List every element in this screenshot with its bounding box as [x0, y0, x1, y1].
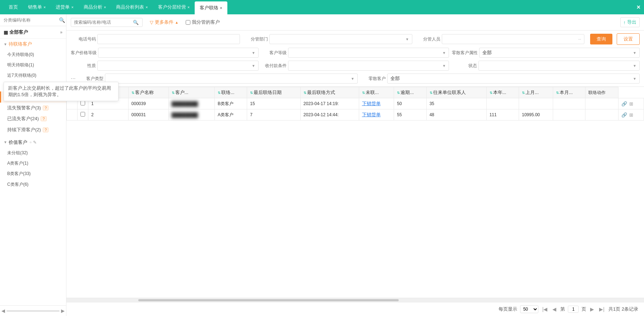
more-filter-dots[interactable]: ···	[71, 75, 75, 82]
sidebar-search-icon[interactable]: 🔍	[59, 17, 65, 23]
customer-level-select[interactable]: ▼	[288, 48, 449, 58]
sidebar-item-7days[interactable]: 近7天待联络(0)	[0, 70, 66, 81]
sidebar-item-ungroup[interactable]: 未分组(32)	[0, 148, 66, 158]
th-overdue: ⇅逾期...	[394, 87, 426, 98]
sidebar-item-already-lost[interactable]: 已流失客户(24) ?	[0, 113, 66, 124]
first-page-btn[interactable]: |◀	[541, 306, 549, 312]
circle-icon: ○	[29, 140, 32, 144]
nav-purchase[interactable]: 进货单 ×	[51, 0, 78, 14]
nav-close-sales[interactable]: ×	[43, 5, 46, 9]
sidebar-all-customers[interactable]: ▦ 全部客户 »	[0, 26, 66, 39]
filter-person: 分管人员 ···	[415, 34, 584, 44]
sidebar-item-today[interactable]: 今天待联络(0)	[0, 49, 66, 60]
more-conditions-btn[interactable]: ▽ 更多条件 ▲	[147, 18, 181, 27]
query-button[interactable]: 查询	[590, 34, 612, 44]
prev-page-btn[interactable]: ◀	[551, 306, 557, 312]
last-page-btn[interactable]: ▶|	[598, 306, 606, 312]
td-checkbox-2[interactable]	[78, 109, 88, 121]
th-not-contact: ⇅未联...	[359, 87, 394, 98]
nav-close-product-list[interactable]: ×	[145, 5, 148, 9]
action-grid-icon-2[interactable]: ⊞	[629, 112, 633, 118]
data-table-area: ⚙ ⇅客户编码 ⇅客户名称 ⇅客户... ⇅联络... ⇅最后联络日期 ⇅最后联…	[66, 87, 644, 298]
nav-home[interactable]: 首页	[4, 0, 23, 14]
phone-input[interactable]	[97, 34, 240, 44]
sidebar-item-a-class[interactable]: A类客户(1)	[0, 158, 66, 169]
nav-sales[interactable]: 销售单 ×	[23, 0, 51, 14]
sort-icon-thismonth[interactable]: ⇅	[556, 91, 559, 95]
td-last-method-2[interactable]: 下销货单	[359, 109, 394, 121]
page-number-input[interactable]	[568, 306, 579, 313]
person-select[interactable]: ···	[442, 34, 584, 44]
sidebar-item-continuous-down[interactable]: 持续下滑客户(2) ?	[0, 124, 66, 136]
nav-close-contact[interactable]: ×	[220, 6, 222, 10]
filter-gender: 性质 ▼	[71, 61, 259, 71]
sort-icon-method[interactable]: ⇅	[304, 91, 306, 95]
per-page-select[interactable]: 50 100	[520, 305, 538, 313]
row1-checkbox[interactable]	[80, 101, 85, 105]
sidebar-search-input[interactable]	[4, 18, 57, 23]
scrollbar-thumb[interactable]	[138, 299, 399, 301]
window-close-button[interactable]: ×	[636, 4, 640, 11]
td-last-method-1[interactable]: 下销货单	[359, 98, 394, 109]
sort-icon-type[interactable]: ⇅	[172, 91, 175, 95]
sidebar-item-tomorrow[interactable]: 明天待联络(1)	[0, 60, 66, 70]
search-input[interactable]	[74, 20, 131, 25]
sidebar-pending-group[interactable]: ▼ 待联络客户	[0, 39, 66, 49]
next-page-btn[interactable]: ▶	[589, 306, 595, 312]
sidebar-item-c-class[interactable]: C类客户(6)	[0, 179, 66, 190]
sort-icon-contact[interactable]: ⇅	[218, 91, 221, 95]
customer-type-select[interactable]: ▼	[105, 74, 357, 84]
settings-button[interactable]: 设置	[617, 33, 640, 45]
nav-close-segment[interactable]: ×	[187, 5, 190, 9]
td-settings-2	[67, 109, 78, 121]
action-link-icon-2[interactable]: 🔗	[621, 112, 627, 118]
left-arrow[interactable]: ◀	[1, 308, 5, 313]
payment-label: 收付款条件	[261, 63, 287, 69]
nav-customer-contact[interactable]: 客户联络 ×	[195, 1, 227, 14]
filter-panel: 电话号码 分管部门 ▼ 分管人员 ··· 查	[66, 30, 644, 87]
retail-customer-select[interactable]: 全部 ▼	[387, 74, 640, 84]
nav-customer-segment[interactable]: 客户分层经营 ×	[153, 0, 195, 14]
search-box: 🔍	[71, 18, 143, 27]
nav-product-analysis-list[interactable]: 商品分析列表 ×	[111, 0, 153, 14]
th-last-method: ⇅最后联络方式	[300, 87, 359, 98]
search-icon[interactable]: 🔍	[133, 20, 139, 25]
sidebar-item-b-class[interactable]: B类客户(33)	[0, 169, 66, 179]
department-select[interactable]: ▼	[269, 34, 412, 44]
right-arrow[interactable]: ▶	[61, 308, 65, 313]
sort-icon-person[interactable]: ⇅	[430, 91, 432, 95]
sidebar-collapse-btn[interactable]: »	[60, 30, 62, 35]
td-action-1: 🔗 ⊞	[618, 98, 644, 109]
sort-icon-lastmonth[interactable]: ⇅	[522, 91, 525, 95]
gender-caret: ▼	[252, 64, 255, 68]
nav-product-analysis[interactable]: 商品分析 ×	[79, 0, 111, 14]
sort-icon-date[interactable]: ⇅	[250, 91, 253, 95]
sort-icon-overdue[interactable]: ⇅	[397, 91, 400, 95]
th-type: ⇅客户...	[168, 87, 214, 98]
action-link-icon-1[interactable]: 🔗	[621, 101, 627, 107]
info-icon-4: ?	[43, 127, 48, 132]
my-customers-checkbox-label[interactable]: 我分管的客户	[186, 19, 220, 25]
gender-select[interactable]: ▼	[97, 61, 259, 71]
edit-icon[interactable]: ✎	[33, 140, 37, 145]
th-this-year: ⇅本年...	[486, 87, 519, 98]
sort-icon-name[interactable]: ⇅	[131, 91, 134, 95]
nav-close-product-analysis[interactable]: ×	[104, 5, 106, 9]
status-select[interactable]: ▼	[478, 61, 640, 71]
row2-checkbox[interactable]	[80, 112, 85, 117]
page-end-label: 页	[582, 306, 586, 312]
payment-select[interactable]: ▼	[288, 61, 449, 71]
info-icon-3: ?	[41, 116, 46, 121]
retail-attr-select[interactable]: 全部 ▼	[479, 48, 640, 58]
export-button[interactable]: ↑ 导出	[620, 17, 640, 27]
sort-icon-notcontact[interactable]: ⇅	[362, 91, 365, 95]
sort-icon-year[interactable]: ⇅	[490, 91, 492, 95]
sidebar-item-lost-preview[interactable]: 流失预警客户(3) ?	[0, 103, 66, 114]
action-grid-icon-1[interactable]: ⊞	[629, 101, 633, 107]
horizontal-scrollbar[interactable]	[66, 298, 644, 302]
filter-row-3: 性质 ▼ 收付款条件 ▼ 状态	[71, 61, 640, 71]
my-customers-checkbox[interactable]	[186, 20, 190, 25]
price-level-select[interactable]: ▼	[98, 48, 259, 58]
sidebar-value-group[interactable]: ▼ 价值客户 ○ ✎	[0, 137, 66, 148]
nav-close-purchase[interactable]: ×	[71, 5, 73, 9]
